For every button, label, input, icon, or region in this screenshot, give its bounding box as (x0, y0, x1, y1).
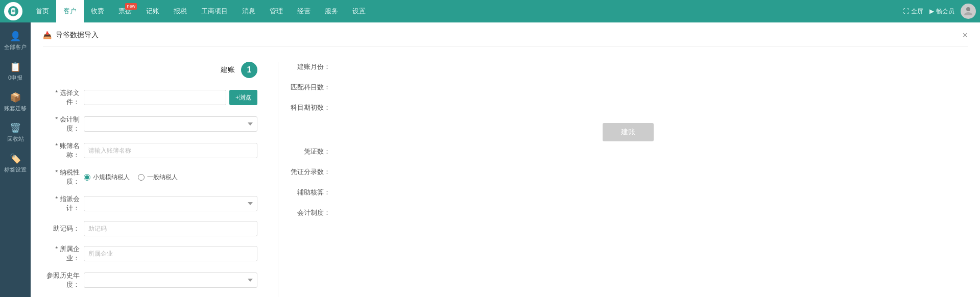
import-icon: 📥 (43, 31, 52, 39)
nav-item-settings[interactable]: 设置 (345, 0, 373, 22)
accounting-system-select[interactable] (84, 116, 257, 132)
nav-item-customers[interactable]: 客户 (56, 0, 84, 22)
page-header: 📥 导爷数据导入 × (43, 31, 968, 46)
memo-code-row: 助记码： (43, 221, 257, 236)
accountant-label: * 指派会计： (43, 194, 84, 213)
users-icon: 👤 (10, 31, 21, 42)
member-button[interactable]: ▶ 畅会员 (929, 7, 954, 16)
nav-item-business[interactable]: 工商项目 (194, 0, 235, 22)
history-year-select[interactable] (84, 273, 257, 288)
sidebar-item-label: 0申报 (8, 74, 22, 82)
radio-small-input[interactable] (84, 174, 90, 181)
logo (4, 2, 22, 20)
fullscreen-icon: ⛶ (903, 8, 909, 15)
nav-item-bookkeeping[interactable]: 记账 (139, 0, 166, 22)
sidebar: 👤 全部客户 📋 0申报 📦 账套迁移 🗑️ 回收站 🏷️ 标签设置 (0, 22, 31, 297)
sidebar-item-migration[interactable]: 📦 账套迁移 (0, 88, 31, 116)
main-layout: 👤 全部客户 📋 0申报 📦 账套迁移 🗑️ 回收站 🏷️ 标签设置 📥 (0, 22, 980, 297)
sidebar-item-filing[interactable]: 📋 0申报 (0, 57, 31, 86)
nav-item-invoices[interactable]: 票据 new (111, 0, 139, 22)
form-right: 建账月份： 匹配科目数： 科目期初数： 建账 凭证 (278, 62, 968, 297)
accountant-select[interactable] (84, 196, 257, 211)
new-badge: new (125, 3, 137, 10)
accountant-row: * 指派会计： (43, 194, 257, 213)
nav-item-fees[interactable]: 收费 (84, 0, 111, 22)
nav-right: ⛶ 全屏 ▶ 畅会员 (903, 4, 976, 19)
sidebar-item-label: 标签设置 (4, 166, 27, 174)
company-label: * 所属企业： (43, 244, 84, 263)
nav-item-tax[interactable]: 报税 (166, 0, 194, 22)
radio-small-taxpayer[interactable]: 小规模纳税人 (84, 173, 130, 182)
migrate-icon: 📦 (10, 92, 21, 103)
aux-accounting-value (334, 187, 968, 197)
fullscreen-label: 全屏 (911, 7, 923, 16)
top-navigation: 首页 客户 收费 票据 new 记账 报税 工商项目 消息 管理 经营 服务 设… (0, 0, 980, 22)
nav-item-home[interactable]: 首页 (29, 0, 56, 22)
accounting-system-label: * 会计制度： (43, 115, 84, 133)
radio-general-input[interactable] (138, 174, 145, 181)
sidebar-item-tags[interactable]: 🏷️ 标签设置 (0, 149, 31, 178)
radio-small-label: 小规模纳税人 (93, 173, 130, 182)
initial-balance-label: 科目期初数： (289, 103, 334, 112)
initial-balance-value (334, 103, 968, 113)
memo-code-label: 助记码： (43, 224, 84, 233)
ledger-name-input[interactable] (84, 143, 257, 158)
voucher-count-value (334, 146, 968, 157)
sidebar-item-recycle[interactable]: 🗑️ 回收站 (0, 118, 31, 147)
memo-code-input[interactable] (84, 221, 257, 236)
ledger-name-label: * 账簿名称： (43, 141, 84, 160)
voucher-count-label: 凭证数： (289, 147, 334, 156)
match-subjects-row: 匹配科目数： (289, 82, 968, 92)
step-label: 建账 (221, 65, 235, 75)
sidebar-item-all-customers[interactable]: 👤 全部客户 (0, 27, 31, 55)
initial-balance-row: 科目期初数： (289, 103, 968, 113)
member-label: 畅会员 (936, 7, 954, 16)
file-selection-row: * 选择文件： +浏览 (43, 88, 257, 107)
voucher-entries-row: 凭证分录数： (289, 167, 968, 177)
build-month-row: 建账月份： (289, 62, 968, 72)
voucher-count-row: 凭证数： (289, 146, 968, 157)
voucher-entries-label: 凭证分录数： (289, 167, 334, 177)
match-subjects-label: 匹配科目数： (289, 83, 334, 92)
file-row: +浏览 (84, 90, 257, 105)
right-accounting-system-label: 会计制度： (289, 208, 334, 217)
form-container: 建账 1 * 选择文件： +浏览 * 会计制度： (43, 57, 968, 297)
right-accounting-system-value (334, 208, 968, 218)
avatar[interactable] (961, 4, 976, 19)
nav-item-messages[interactable]: 消息 (235, 0, 262, 22)
build-month-value (334, 62, 968, 72)
step-header: 建账 1 (43, 62, 257, 78)
main-content: 📥 导爷数据导入 × 建账 1 * 选择文件： (31, 22, 980, 297)
right-accounting-system-row: 会计制度： (289, 208, 968, 218)
filing-icon: 📋 (10, 61, 21, 72)
tax-type-label: * 纳税性质： (43, 168, 84, 186)
file-input[interactable] (84, 90, 226, 105)
aux-accounting-row: 辅助核算： (289, 187, 968, 197)
trash-icon: 🗑️ (10, 122, 21, 134)
company-row: * 所属企业： (43, 244, 257, 263)
radio-general-label: 一般纳税人 (147, 173, 178, 182)
browse-button[interactable]: +浏览 (229, 90, 257, 105)
nav-item-operations[interactable]: 经营 (290, 0, 318, 22)
tag-icon: 🏷️ (10, 153, 21, 164)
voucher-entries-value (334, 167, 968, 177)
play-icon: ▶ (929, 8, 934, 15)
tax-type-row: * 纳税性质： 小规模纳税人 一般纳税人 (43, 168, 257, 186)
ledger-name-row: * 账簿名称： (43, 141, 257, 160)
close-button[interactable]: × (962, 31, 968, 40)
match-subjects-value (334, 82, 968, 92)
aux-accounting-label: 辅助核算： (289, 188, 334, 197)
company-input[interactable] (84, 246, 257, 261)
fullscreen-button[interactable]: ⛶ 全屏 (903, 7, 923, 16)
radio-general-taxpayer[interactable]: 一般纳税人 (138, 173, 178, 182)
sidebar-item-label: 账套迁移 (4, 105, 27, 112)
build-account-button[interactable]: 建账 (603, 123, 654, 141)
nav-item-management[interactable]: 管理 (262, 0, 290, 22)
history-year-label: 参照历史年度： (43, 271, 84, 289)
sidebar-item-label: 全部客户 (4, 43, 27, 51)
sidebar-item-label: 回收站 (7, 135, 24, 143)
nav-item-services[interactable]: 服务 (318, 0, 345, 22)
build-month-label: 建账月份： (289, 62, 334, 71)
svg-point-1 (966, 7, 970, 11)
page-body: 📥 导爷数据导入 × 建账 1 * 选择文件： (31, 22, 980, 297)
